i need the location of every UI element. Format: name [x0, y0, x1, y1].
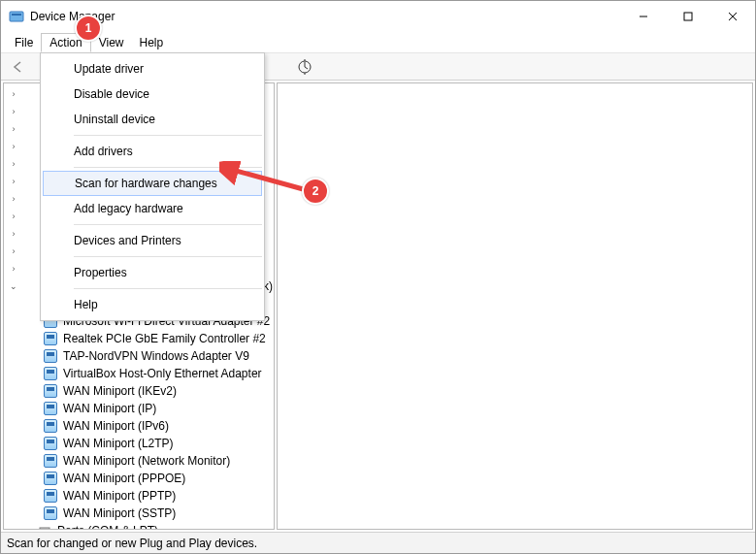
tree-device[interactable]: Realtek PCIe GbE Family Controller #2 [4, 330, 274, 347]
details-pane [277, 82, 753, 530]
tree-device[interactable]: WAN Miniport (SSTP) [4, 505, 274, 522]
chevron-right-icon: › [8, 263, 19, 275]
menu-item-label: Help [74, 298, 98, 311]
chevron-right-icon: › [8, 158, 19, 170]
minimize-button[interactable] [621, 1, 666, 32]
network-adapter-icon [43, 418, 58, 434]
annotation-callout-2: 2 [302, 178, 329, 205]
chevron-right-icon: › [25, 525, 37, 529]
menu-item-label: Properties [74, 266, 127, 279]
device-label: TAP-NordVPN Windows Adapter V9 [62, 349, 250, 363]
close-button[interactable] [710, 1, 755, 32]
menu-item-label: Update driver [74, 62, 144, 76]
device-label: VirtualBox Host-Only Ethernet Adapter [62, 367, 263, 380]
maximize-button[interactable] [666, 1, 710, 32]
svg-rect-1 [12, 14, 21, 16]
device-label: WAN Miniport (SSTP) [62, 506, 177, 520]
status-text: Scan for changed or new Plug and Play de… [7, 537, 257, 550]
menu-separator [74, 224, 262, 225]
network-adapter-icon [43, 505, 58, 521]
callout-number: 1 [85, 21, 92, 35]
network-adapter-icon [43, 331, 58, 346]
scan-hardware-icon[interactable] [293, 55, 316, 79]
chevron-down-icon: ⌄ [8, 280, 18, 292]
device-label: WAN Miniport (IPv6) [62, 419, 170, 433]
network-adapter-icon [43, 348, 58, 364]
device-label: WAN Miniport (PPPOE) [62, 472, 186, 485]
network-adapter-icon [43, 366, 58, 381]
device-label: WAN Miniport (PPTP) [62, 489, 177, 503]
menu-update-driver[interactable]: Update driver [41, 56, 264, 81]
chevron-right-icon: › [8, 123, 19, 135]
title-bar: Device Manager [1, 1, 755, 32]
device-label: WAN Miniport (IKEv2) [62, 384, 178, 398]
chevron-right-icon: › [8, 106, 19, 117]
tree-node-label: Ports (COM & LPT) [56, 524, 159, 529]
chevron-right-icon: › [8, 211, 19, 222]
menu-item-label: Devices and Printers [74, 234, 181, 247]
device-label: WAN Miniport (L2TP) [62, 437, 175, 450]
menu-help[interactable]: Help [132, 34, 172, 51]
tree-device[interactable]: TAP-NordVPN Windows Adapter V9 [4, 347, 274, 365]
annotation-callout-1: 1 [75, 15, 102, 42]
menu-separator [74, 135, 262, 136]
chevron-right-icon: › [8, 245, 19, 257]
chevron-right-icon: › [8, 88, 19, 100]
device-label: WAN Miniport (IP) [62, 402, 157, 415]
tree-device[interactable]: WAN Miniport (L2TP) [4, 435, 274, 452]
tree-device[interactable]: WAN Miniport (IKEv2) [4, 382, 274, 400]
menu-item-label: Add drivers [74, 145, 133, 158]
window-title: Device Manager [30, 10, 621, 23]
svg-rect-7 [40, 528, 49, 529]
tree-device[interactable]: WAN Miniport (IP) [4, 400, 274, 417]
chevron-right-icon: › [8, 141, 19, 152]
network-adapter-icon [43, 488, 58, 504]
tree-device[interactable]: WAN Miniport (PPPOE) [4, 470, 274, 487]
network-adapter-icon [43, 471, 58, 486]
device-label: WAN Miniport (Network Monitor) [62, 454, 231, 468]
status-bar: Scan for changed or new Plug and Play de… [1, 532, 755, 553]
svg-rect-0 [10, 12, 23, 21]
tree-device[interactable]: VirtualBox Host-Only Ethernet Adapter [4, 365, 274, 382]
network-adapter-icon [43, 401, 58, 416]
menu-uninstall-device[interactable]: Uninstall device [41, 107, 264, 132]
menu-separator [74, 288, 262, 289]
menu-separator [74, 256, 262, 257]
menu-item-label: Add legacy hardware [74, 202, 183, 215]
menu-bar: File Action View Help [1, 32, 755, 53]
chevron-right-icon: › [8, 176, 19, 187]
chevron-right-icon: › [8, 228, 19, 240]
network-adapter-icon [43, 453, 58, 469]
menu-devices-printers[interactable]: Devices and Printers [41, 228, 264, 253]
svg-rect-3 [684, 13, 692, 20]
menu-help[interactable]: Help [41, 292, 264, 317]
ports-icon [37, 523, 52, 529]
menu-item-label: Uninstall device [74, 113, 155, 126]
tree-device[interactable]: WAN Miniport (Network Monitor) [4, 452, 274, 470]
callout-number: 2 [312, 184, 319, 198]
network-adapter-icon [43, 436, 58, 451]
device-label: Realtek PCIe GbE Family Controller #2 [62, 332, 267, 345]
tree-node-ports[interactable]: ›Ports (COM & LPT) [4, 522, 274, 529]
menu-item-label: Disable device [74, 87, 149, 101]
menu-item-label: Scan for hardware changes [75, 177, 217, 190]
network-adapter-icon [43, 383, 58, 399]
menu-properties[interactable]: Properties [41, 260, 264, 285]
menu-disable-device[interactable]: Disable device [41, 81, 264, 107]
back-button[interactable] [7, 55, 30, 79]
menu-file[interactable]: File [7, 34, 41, 51]
app-icon [9, 9, 24, 24]
tree-device[interactable]: WAN Miniport (PPTP) [4, 487, 274, 505]
tree-device[interactable]: WAN Miniport (IPv6) [4, 417, 274, 435]
chevron-right-icon: › [8, 193, 19, 205]
svg-line-8 [229, 169, 307, 190]
